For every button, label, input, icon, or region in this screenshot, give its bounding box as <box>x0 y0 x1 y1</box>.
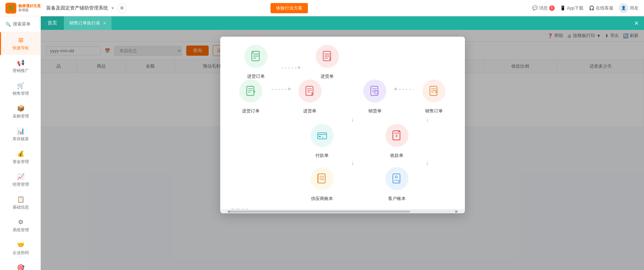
sidebar-item-inventory[interactable]: 📊 库存核算 <box>0 123 40 146</box>
node-purchase-order[interactable]: 进货订单 <box>230 79 272 114</box>
content-area: 首页 销售订单执行表 ✕ ✕ ❓ 帮助 🖨 按模板打印 ▼ <box>41 16 644 270</box>
scroll-track[interactable] <box>230 211 455 213</box>
scroll-thumb <box>230 211 410 213</box>
logo-area: 🌿 畅康通好生意 标准版 <box>5 3 46 14</box>
online-service-button[interactable]: 🎧 在线客服 <box>589 5 613 11</box>
purchase-bill-circle <box>316 45 339 68</box>
finance-icon: 💰 <box>17 150 24 158</box>
message-badge: 6 <box>549 5 555 11</box>
headset-icon: 🎧 <box>589 5 594 11</box>
node-purchase-bill[interactable]: 进货单 <box>289 79 331 114</box>
svg-point-38 <box>395 176 397 178</box>
phone-icon: 📱 <box>560 5 565 11</box>
message-icon: 💬 <box>532 5 538 11</box>
flow-diagram: 进货订单 ▶ <box>230 45 455 202</box>
main-layout: 🔍 搜索菜单 ⊞ 快捷导航 📢 营销推广 🛒 销售管理 📦 采购管理 📊 库存核… <box>0 16 644 270</box>
sidebar-item-newbie[interactable]: 🎯 新手引导 <box>0 260 40 270</box>
trial-button[interactable]: 体验行业方案 <box>271 3 308 13</box>
user-button[interactable]: 👤 用友 <box>619 3 639 13</box>
sidebar-search-area: 🔍 搜索菜单 <box>0 16 40 32</box>
sidebar-item-finance[interactable]: 💰 资金管理 <box>0 146 40 169</box>
app-download-button[interactable]: 📱 App下载 <box>560 5 584 11</box>
modal-overlay: 进货订单 ▶ <box>41 30 644 270</box>
node-supplier-ledger[interactable]: 供应商账本 <box>298 167 346 202</box>
svg-text:¥: ¥ <box>395 134 398 138</box>
topbar: 🌿 畅康通好生意 标准版 装备及固定资产辅助管理系统 ▼ ⚙ 体验行业方案 💬 … <box>0 0 644 16</box>
down-arrows-row1: ↓ ↓ <box>230 115 455 124</box>
node-sales-bill[interactable]: 销货单 <box>354 79 396 114</box>
svg-rect-32 <box>318 174 325 183</box>
operation-icon: 📈 <box>17 173 24 180</box>
logo-icon: 🌿 <box>5 3 16 14</box>
sales-icon: 🛒 <box>17 82 24 89</box>
sidebar-item-enterprise[interactable]: 🤝 企业协同 <box>0 237 40 260</box>
page-content: ❓ 帮助 🖨 按模板打印 ▼ ⬆ 导出 🔄 刷新 <box>41 30 644 270</box>
row3-nodes: 供应商账本 客户账本 <box>230 167 455 202</box>
message-button[interactable]: 💬 消息 6 <box>532 5 555 11</box>
modal-scrollbar: ◀ ▶ <box>220 209 465 213</box>
topbar-title: 装备及固定资产辅助管理系统 ▼ ⚙ <box>46 3 271 13</box>
quick-nav-modal: 进货订单 ▶ <box>220 37 465 213</box>
svg-rect-8 <box>247 86 254 95</box>
arrow-purchase-to-bill: ▶ <box>281 56 302 68</box>
svg-text:¥: ¥ <box>322 136 324 139</box>
modal-body: 进货订单 ▶ <box>220 37 465 209</box>
marketing-icon: 📢 <box>17 59 24 67</box>
logo-text: 畅康通好生意 标准版 <box>18 4 41 12</box>
sidebar-item-sales[interactable]: 🛒 销售管理 <box>0 78 40 101</box>
sidebar-item-operation[interactable]: 📈 经营管理 <box>0 169 40 192</box>
arrow-1: ▶ <box>272 79 289 90</box>
scroll-left-arrow[interactable]: ◀ <box>227 209 230 213</box>
tab-home[interactable]: 首页 <box>41 16 64 30</box>
quick-nav-icon: ⊞ <box>18 36 23 44</box>
node-receipt[interactable]: ¥ 收款单 <box>373 124 421 159</box>
node-customer-ledger[interactable]: 客户账本 <box>373 167 421 202</box>
inventory-icon: 📊 <box>17 127 24 135</box>
arrow-2: ◀ <box>396 79 413 90</box>
sidebar-item-quick-nav[interactable]: ⊞ 快捷导航 <box>0 32 40 55</box>
system-title: 装备及固定资产辅助管理系统 <box>46 5 108 11</box>
sidebar: 🔍 搜索菜单 ⊞ 快捷导航 📢 营销推广 🛒 销售管理 📦 采购管理 📊 库存核… <box>0 16 41 270</box>
sidebar-item-basic-info[interactable]: 📋 基础信息 <box>0 192 40 214</box>
system-icon: ⚙ <box>18 218 23 226</box>
tab-bar-close-button[interactable]: ✕ <box>629 20 644 26</box>
sidebar-item-marketing[interactable]: 📢 营销推广 <box>0 55 40 78</box>
node-sales-order[interactable]: 销售订单 <box>413 79 455 114</box>
svg-rect-36 <box>317 174 318 183</box>
sidebar-item-purchase[interactable]: 📦 采购管理 <box>0 101 40 123</box>
down-arrows-row2: ↓ ↓ <box>230 159 455 167</box>
basic-info-icon: 📋 <box>17 196 24 203</box>
purchase-icon: 📦 <box>17 105 24 112</box>
enterprise-icon: 🤝 <box>17 241 24 249</box>
tab-close-icon[interactable]: ✕ <box>103 21 106 25</box>
svg-rect-27 <box>319 136 321 137</box>
flow-node-purchase-bill[interactable]: 进货单 <box>302 45 353 79</box>
sidebar-item-system[interactable]: ⚙ 系统管理 <box>0 214 40 237</box>
node-payment[interactable]: ¥ 付款单 <box>298 124 346 159</box>
flow-node-purchase-order[interactable]: 进货订单 <box>230 45 281 79</box>
search-icon: 🔍 <box>5 22 11 27</box>
user-avatar: 👤 <box>619 3 628 13</box>
topbar-right: 💬 消息 6 📱 App下载 🎧 在线客服 👤 用友 <box>532 3 639 13</box>
tab-bar: 首页 销售订单执行表 ✕ ✕ <box>41 16 644 30</box>
purchase-order-label: 进货订单 <box>247 73 265 79</box>
search-menu-button[interactable]: 🔍 搜索菜单 <box>3 20 38 29</box>
scroll-right-arrow[interactable]: ▶ <box>455 209 458 213</box>
settings-button[interactable]: ⚙ <box>117 3 127 13</box>
tab-sales-order[interactable]: 销售订单执行表 ✕ <box>64 16 111 30</box>
newbie-icon: 🎯 <box>17 264 24 270</box>
row2-nodes: ¥ 付款单 ¥ <box>230 124 455 159</box>
purchase-bill-label: 进货单 <box>320 73 334 79</box>
dropdown-icon[interactable]: ▼ <box>111 6 115 10</box>
purchase-order-circle <box>244 45 267 68</box>
